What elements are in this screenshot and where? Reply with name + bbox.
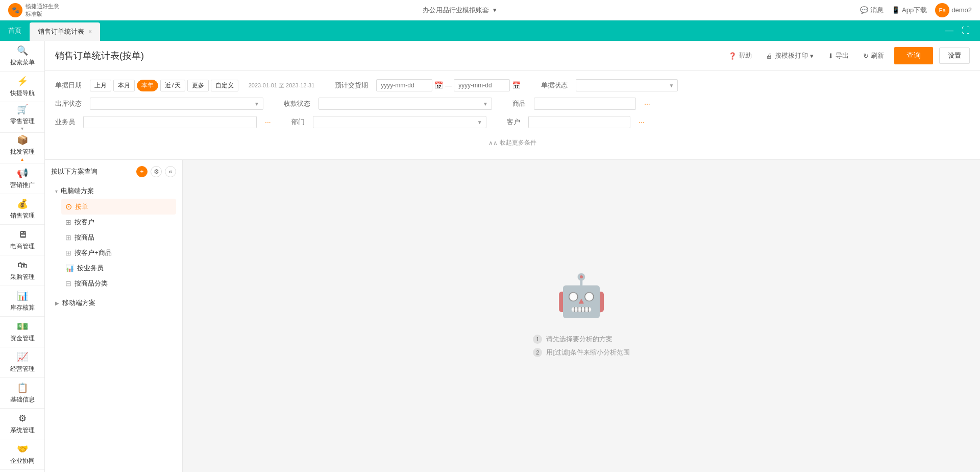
tree-item-by-goods[interactable]: ⊞ 按商品 (61, 230, 176, 245)
date-label: 单据日期 (55, 81, 82, 90)
date-range-text: 2023-01-01 至 2023-12-31 (249, 82, 315, 89)
home-tab[interactable]: 首页 (0, 20, 30, 41)
sidebar-item-finance[interactable]: 💵 资金管理 (0, 317, 44, 347)
tree-pc-header[interactable]: ▾ 电脑端方案 (51, 183, 176, 199)
by-customer-icon: ⊞ (65, 218, 71, 226)
filter-row-1: 单据日期 上月 本月 本年 近7天 更多 自定义 2023-01-01 至 20… (55, 79, 970, 91)
payment-status-label: 收款状态 (284, 99, 310, 108)
sidebar-item-system[interactable]: ⚙ 系统管理 (0, 409, 44, 439)
workspace-dropdown-icon[interactable]: ▾ (493, 6, 497, 14)
goods-input[interactable] (534, 98, 636, 110)
search-icon: 🔍 (17, 45, 28, 56)
payment-status-select-wrapper (318, 98, 492, 110)
salesperson-more-btn[interactable]: ··· (265, 118, 271, 126)
customer-label: 客户 (507, 117, 520, 127)
sidebar-item-wholesale[interactable]: 📦 批发管理 ▴ (0, 133, 44, 163)
period-this-month-btn[interactable]: 本月 (113, 80, 135, 91)
template-print-btn[interactable]: 🖨 按模板打印 ▾ (762, 49, 818, 62)
add-scheme-btn[interactable]: + (136, 166, 148, 177)
top-bar-left: 🐾 畅捷通好生意 标准版 (8, 3, 59, 17)
setting-button[interactable]: 设置 (939, 48, 970, 64)
ecommerce-icon: 🖥 (18, 229, 27, 240)
period-more-btn[interactable]: 更多 (187, 80, 209, 91)
customer-more-btn[interactable]: ··· (639, 118, 645, 126)
status-select[interactable] (576, 79, 678, 91)
sidebar-item-basic[interactable]: 📋 基础信息 (0, 378, 44, 409)
period-last7-btn[interactable]: 近7天 (160, 80, 185, 91)
customer-input[interactable] (528, 116, 630, 128)
sales-icon: 💰 (17, 198, 28, 209)
by-single-icon: ⊙ (65, 202, 72, 211)
collapse-text: 收起更多条件 (500, 138, 536, 147)
sidebar-item-purchase[interactable]: 🛍 采购管理 (0, 255, 44, 286)
sidebar-item-quicknav[interactable]: ⚡ 快捷导航 (0, 72, 44, 102)
page-title: 销售订单统计表(按单) (55, 50, 144, 62)
sidebar-item-newbie[interactable]: 🎯 新手引导 (0, 470, 44, 472)
dept-select[interactable] (313, 116, 486, 128)
by-goods-category-icon: ⊟ (65, 279, 71, 288)
sidebar-item-inventory[interactable]: 📊 库存核算 (0, 286, 44, 317)
refresh-btn[interactable]: ↻ 刷新 (859, 49, 888, 62)
app-download-btn[interactable]: 📱 App下载 (892, 6, 927, 15)
tree-item-by-customer[interactable]: ⊞ 按客户 (61, 215, 176, 230)
top-bar: 🐾 畅捷通好生意 标准版 办公用品行业模拟账套 ▾ 💬 消息 📱 App下载 E… (0, 0, 980, 20)
sidebar-item-retail[interactable]: 🛒 零售管理 ▾ (0, 102, 44, 133)
help-btn[interactable]: ❓ 帮助 (724, 49, 756, 62)
filter-panel: 单据日期 上月 本月 本年 近7天 更多 自定义 2023-01-01 至 20… (45, 71, 980, 160)
period-this-year-btn[interactable]: 本年 (137, 80, 158, 91)
inventory-icon: 📊 (17, 290, 28, 301)
goods-more-btn[interactable]: ··· (644, 100, 650, 108)
print-icon: 🖨 (766, 52, 773, 60)
query-button[interactable]: 查询 (894, 47, 933, 64)
workspace-title: 办公用品行业模拟账套 (423, 6, 489, 15)
content-area: 销售订单统计表(按单) ❓ 帮助 🖨 按模板打印 ▾ ⬇ 导出 ↻ 刷新 (45, 41, 980, 472)
goods-label: 商品 (512, 99, 526, 108)
tree-item-by-single[interactable]: ⊙ 按单 (61, 199, 176, 215)
app-download-icon: 📱 (892, 6, 900, 14)
expected-date-start[interactable] (376, 79, 432, 91)
sidebar-item-sales[interactable]: 💰 销售管理 (0, 194, 44, 225)
ship-status-select[interactable] (90, 98, 263, 110)
nav-tab-actions: — ⛶ (943, 25, 972, 37)
period-last-month-btn[interactable]: 上月 (90, 80, 111, 91)
top-bar-right: 💬 消息 📱 App下载 Ea demo2 (860, 3, 972, 17)
salesperson-input[interactable] (83, 116, 257, 128)
tree-item-by-goods-category[interactable]: ⊟ 按商品分类 (61, 276, 176, 291)
help-icon: ❓ (728, 52, 737, 60)
expected-date-end[interactable] (454, 79, 510, 91)
empty-icon: 🤖 (556, 275, 607, 326)
dept-select-wrapper (313, 116, 486, 128)
collapse-bar[interactable]: ∧∧ 收起更多条件 (55, 134, 970, 151)
sidebar-item-search[interactable]: 🔍 搜索菜单 (0, 41, 44, 72)
gear-icon: ⚙ (154, 168, 159, 175)
export-btn[interactable]: ⬇ 导出 (824, 49, 853, 62)
period-custom-btn[interactable]: 自定义 (211, 80, 238, 91)
close-tab-btn[interactable]: × (88, 28, 92, 35)
sidebar-item-marketing[interactable]: 📢 营销推广 (0, 163, 44, 194)
active-tab-label: 销售订单统计表 (38, 27, 84, 36)
maximize-window-btn[interactable]: ⛶ (960, 25, 972, 37)
active-tab[interactable]: 销售订单统计表 × (30, 22, 100, 41)
user-avatar-area[interactable]: Ea demo2 (935, 3, 972, 17)
refresh-icon: ↻ (863, 52, 869, 60)
ship-status-label: 出库状态 (55, 99, 82, 108)
collapse-panel-btn[interactable]: « (165, 166, 176, 177)
sidebar-item-ecommerce[interactable]: 🖥 电商管理 (0, 225, 44, 255)
export-icon: ⬇ (828, 52, 834, 60)
filter-row-2: 出库状态 收款状态 商品 ··· (55, 98, 970, 110)
sidebar-item-enterprise[interactable]: 🤝 企业协同 (0, 439, 44, 470)
add-icon: + (140, 168, 143, 175)
tree-item-by-customer-goods[interactable]: ⊞ 按客户+商品 (61, 245, 176, 261)
tree-item-by-salesperson[interactable]: 📊 按业务员 (61, 261, 176, 276)
sidebar-item-operations[interactable]: 📈 经营管理 (0, 347, 44, 378)
minimize-window-btn[interactable]: — (943, 25, 955, 37)
tree-mobile-section: ▶ 移动端方案 (51, 293, 176, 313)
settings-scheme-btn[interactable]: ⚙ (151, 166, 162, 177)
message-btn[interactable]: 💬 消息 (860, 6, 884, 15)
calendar-start-icon[interactable]: 📅 (434, 81, 443, 89)
payment-status-select[interactable] (318, 98, 492, 110)
left-panel-title: 按以下方案查询 (51, 167, 97, 176)
calendar-end-icon[interactable]: 📅 (512, 81, 521, 89)
tree-mobile-header[interactable]: ▶ 移动端方案 (51, 295, 176, 311)
logo-text: 畅捷通好生意 标准版 (26, 3, 59, 17)
